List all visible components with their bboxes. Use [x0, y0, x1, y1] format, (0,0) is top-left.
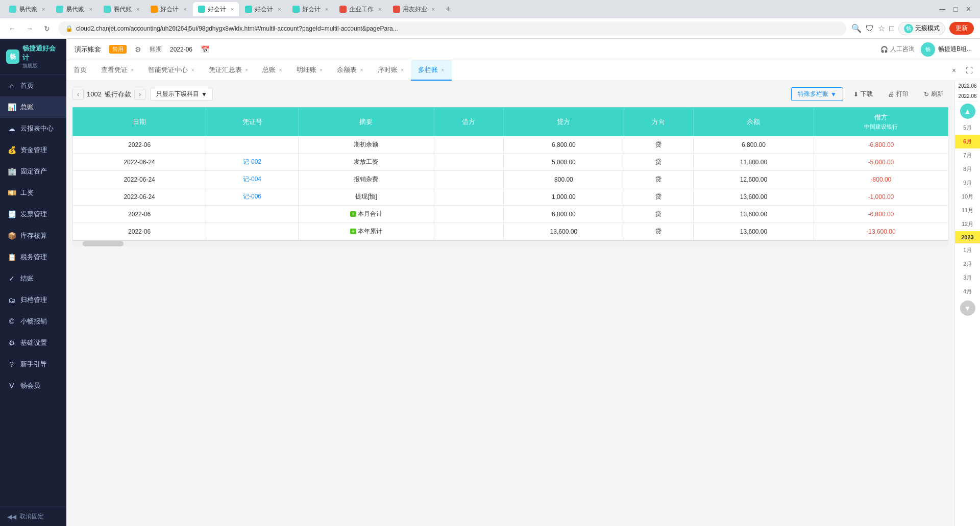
account-settings-icon[interactable]: ⚙ — [135, 45, 141, 54]
tab-close-icon[interactable]: × — [191, 67, 194, 73]
sidebar-item-close-accounts[interactable]: ✓ 结账 — [0, 268, 66, 289]
tab-close-icon[interactable]: × — [245, 67, 248, 73]
tab-close-action[interactable]: × — [947, 64, 961, 77]
tab-multi-column[interactable]: 多栏账 × — [411, 60, 451, 81]
month-10-item[interactable]: 10月 — [955, 190, 980, 204]
tab-close-icon[interactable]: × — [279, 67, 282, 73]
month-4-item[interactable]: 4月 — [955, 285, 980, 298]
sidebar-item-member[interactable]: V 畅会员 — [0, 375, 66, 396]
tab-yidaizhang-2[interactable]: 易代账 × — [51, 2, 97, 16]
cell-summary: 发放工资 — [298, 154, 434, 171]
sidebar-item-archive[interactable]: 🗂 归档管理 — [0, 289, 66, 311]
sidebar-item-invoice[interactable]: 🧾 发票管理 — [0, 204, 66, 225]
month-5-item[interactable]: 5月 — [955, 121, 980, 135]
tab-yidaizhang-1[interactable]: 易代账 × — [4, 2, 50, 16]
wuhen-mode-button[interactable]: 畅 无痕模式 — [898, 22, 945, 35]
tab-haokuaiji-4[interactable]: 好会计 × — [287, 2, 333, 16]
new-tab-button[interactable]: + — [441, 2, 455, 16]
month-8-item[interactable]: 8月 — [955, 162, 980, 176]
minimize-button[interactable]: ─ — [940, 5, 945, 14]
sidebar-item-general-ledger[interactable]: 📊 总账 — [0, 96, 66, 118]
tab-close-icon[interactable]: × — [325, 6, 328, 12]
cell-date: 2022-06-24 — [73, 171, 206, 188]
month-2-item[interactable]: 2月 — [955, 257, 980, 271]
tab-close-icon[interactable]: × — [378, 6, 381, 12]
star-icon[interactable]: ☆ — [878, 23, 885, 33]
back-button[interactable]: ← — [6, 22, 18, 35]
account-prev-button[interactable]: ‹ — [72, 89, 84, 100]
sidebar-item-home[interactable]: ⌂ 首页 — [0, 75, 66, 96]
month-3-item[interactable]: 3月 — [955, 271, 980, 285]
scrollbar-thumb[interactable] — [83, 241, 124, 246]
search-icon[interactable]: 🔍 — [851, 23, 862, 33]
tab-voucher-summary[interactable]: 凭证汇总表 × — [202, 60, 255, 81]
calendar-icon[interactable]: 📅 — [201, 45, 209, 54]
sidebar-item-salary[interactable]: 💴 工资 — [0, 182, 66, 204]
month-1-item[interactable]: 1月 — [955, 243, 980, 257]
month-12-item[interactable]: 12月 — [955, 217, 980, 231]
extension-icon[interactable]: □ — [889, 24, 894, 33]
account-next-button[interactable]: › — [134, 89, 145, 100]
tab-enterprise[interactable]: 企业工作 × — [334, 2, 386, 16]
print-button[interactable]: 🖨 打印 — [883, 88, 914, 101]
tab-balance-table[interactable]: 余额表 × — [330, 60, 370, 81]
tab-home[interactable]: 首页 — [66, 60, 94, 81]
tab-close-icon[interactable]: × — [432, 6, 435, 12]
month-7-item[interactable]: 7月 — [955, 148, 980, 162]
scroll-up-button[interactable]: ▲ — [960, 104, 975, 119]
horizontal-scrollbar[interactable] — [72, 240, 948, 246]
tab-yidaizhang-3[interactable]: 易代账 × — [99, 2, 144, 16]
sidebar-item-report-center[interactable]: ☁ 云报表中心 — [0, 118, 66, 139]
refresh-button[interactable]: ↻ 刷新 — [919, 88, 948, 101]
tab-close-icon[interactable]: × — [136, 6, 139, 12]
tab-sequence-ledger[interactable]: 序时账 × — [371, 60, 411, 81]
voucher-link[interactable]: 记-002 — [243, 158, 261, 165]
main-content: 演示账套 禁用 ⚙ 账期 2022-06 📅 🎧 人工咨询 畅 畅捷通B组...… — [66, 39, 980, 526]
refresh-button[interactable]: ↻ — [41, 22, 53, 35]
month-6-item[interactable]: 6月 — [955, 135, 980, 148]
tab-close-icon[interactable]: × — [278, 6, 281, 12]
voucher-link[interactable]: 记-006 — [243, 193, 261, 200]
tab-haokuaiji-2[interactable]: 好会计 × — [193, 2, 239, 16]
tab-smart-voucher[interactable]: 智能凭证中心 × — [141, 60, 201, 81]
download-button[interactable]: ⬇ 下载 — [848, 88, 878, 101]
forward-button[interactable]: → — [23, 22, 36, 35]
tab-haokuaiji-1[interactable]: 好会计 × — [145, 2, 191, 16]
month-11-item[interactable]: 11月 — [955, 204, 980, 217]
close-button[interactable]: × — [966, 5, 971, 14]
tab-close-icon[interactable]: × — [42, 6, 45, 12]
sidebar-item-fund-management[interactable]: 💰 资金管理 — [0, 139, 66, 161]
voucher-link[interactable]: 记-004 — [243, 176, 261, 183]
update-button[interactable]: 更新 — [949, 22, 974, 35]
sidebar-item-expense[interactable]: © 小畅报销 — [0, 311, 66, 332]
tab-close-icon[interactable]: × — [89, 6, 92, 12]
sidebar-item-tax[interactable]: 📋 税务管理 — [0, 246, 66, 268]
tab-view-voucher[interactable]: 查看凭证 × — [94, 60, 141, 81]
special-multi-button[interactable]: 特殊多栏账 ▼ — [791, 87, 843, 101]
maximize-button[interactable]: □ — [953, 5, 958, 13]
sidebar-item-fixed-assets[interactable]: 🏢 固定资产 — [0, 161, 66, 182]
tab-general-ledger[interactable]: 总账 × — [255, 60, 289, 81]
filter-dropdown[interactable]: 只显示下级科目 ▼ — [151, 88, 213, 101]
browser-chrome: 易代账 × 易代账 × 易代账 × 好会计 × 好会计 × 好会计 × 好会计 … — [0, 0, 980, 18]
sidebar-item-inventory[interactable]: 📦 库存核算 — [0, 225, 66, 246]
tab-detail-ledger[interactable]: 明细账 × — [289, 60, 330, 81]
tab-close-icon[interactable]: × — [360, 67, 363, 73]
tab-close-icon[interactable]: × — [183, 6, 186, 12]
sidebar-unpin-button[interactable]: ◀◀ 取消固定 — [0, 507, 66, 526]
tab-close-icon[interactable]: × — [320, 67, 323, 73]
tab-close-icon[interactable]: × — [231, 6, 234, 12]
consult-button[interactable]: 🎧 人工咨询 — [880, 45, 915, 54]
tab-close-icon[interactable]: × — [441, 67, 444, 73]
tab-haokuaiji-3[interactable]: 好会计 × — [240, 2, 286, 16]
tab-close-icon[interactable]: × — [401, 67, 404, 73]
month-9-item[interactable]: 9月 — [955, 176, 980, 190]
url-bar[interactable]: 🔒 cloud2.chanjet.com/accounting/uh26t264… — [58, 21, 846, 36]
tab-close-icon[interactable]: × — [131, 67, 134, 73]
tab-expand-action[interactable]: ⛶ — [963, 64, 976, 77]
tab-youyou[interactable]: 用友好业 × — [388, 2, 440, 16]
scroll-down-button[interactable]: ▼ — [960, 300, 975, 316]
sidebar-item-settings[interactable]: ⚙ 基础设置 — [0, 332, 66, 354]
year-2023-item[interactable]: 2023 — [955, 231, 980, 243]
sidebar-item-guide[interactable]: ? 新手引导 — [0, 354, 66, 375]
